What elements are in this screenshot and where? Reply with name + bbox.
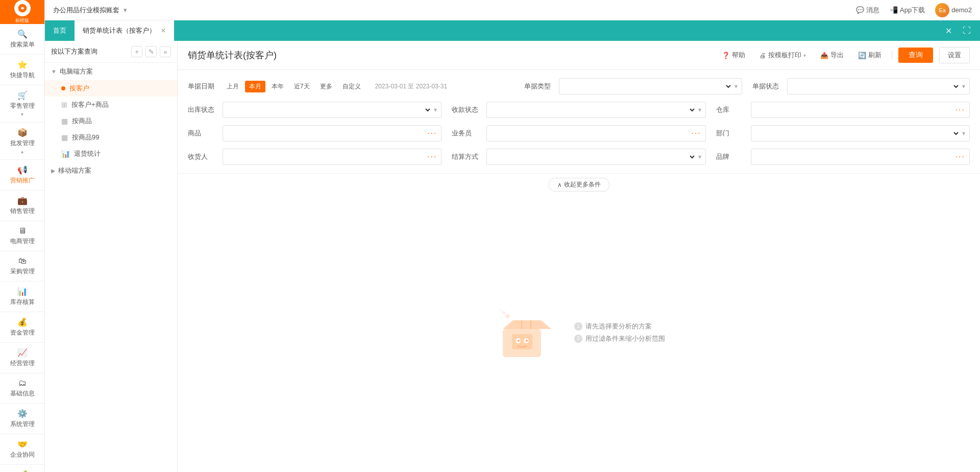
app-download-btn[interactable]: 📲 App下载 bbox=[890, 6, 925, 15]
warehouse-dots-btn[interactable]: ··· bbox=[955, 105, 965, 114]
edit-scheme-btn[interactable]: ✎ bbox=[145, 46, 157, 57]
order-type-select[interactable] bbox=[564, 82, 732, 91]
payment-status-select[interactable] bbox=[491, 106, 696, 114]
template-print-dropdown-icon[interactable]: ▾ bbox=[803, 53, 806, 58]
scheme-item-return-stat[interactable]: 📊 退货统计 bbox=[45, 146, 177, 162]
date-tab-7days[interactable]: 近7天 bbox=[290, 81, 314, 92]
svg-point-7 bbox=[506, 314, 510, 318]
message-label: 消息 bbox=[866, 6, 879, 15]
product-input[interactable]: ··· bbox=[223, 125, 442, 141]
sidebar-item-enterprise[interactable]: 🤝 企业协同 bbox=[0, 434, 45, 465]
sidebar-item-sales[interactable]: 💼 销售管理 bbox=[0, 191, 45, 221]
query-label: 查询 bbox=[909, 51, 923, 60]
filter-brand-field: 品牌 ··· bbox=[716, 149, 970, 165]
out-status-select[interactable] bbox=[227, 106, 432, 114]
salesperson-input[interactable]: ··· bbox=[486, 125, 705, 141]
date-tab-this-year[interactable]: 本年 bbox=[267, 81, 288, 92]
help-icon: ❓ bbox=[722, 52, 730, 59]
filter-salesperson-field: 业务员 ··· bbox=[452, 125, 705, 141]
page-title-bar: 销货单统计表(按客户) ❓ 帮助 🖨 按模板打印 ▾ 📤 bbox=[178, 41, 980, 70]
sales-icon: 💼 bbox=[17, 196, 28, 205]
scheme-item-by-product-99[interactable]: ▦ 按商品99 bbox=[45, 129, 177, 146]
product-dots-btn[interactable]: ··· bbox=[427, 129, 437, 138]
filter-warehouse-field: 仓库 ··· bbox=[716, 102, 970, 118]
scheme-item-by-customer[interactable]: 按客户 bbox=[45, 80, 177, 97]
collapse-panel-btn[interactable]: « bbox=[160, 46, 171, 57]
user-profile-btn[interactable]: Ea demo2 bbox=[935, 3, 972, 17]
scheme-group-mobile[interactable]: ▶ 移动端方案 bbox=[45, 162, 177, 179]
scheme-item-by-customer-product[interactable]: ⊞ 按客户+商品 bbox=[45, 97, 177, 113]
refresh-label: 刷新 bbox=[868, 51, 881, 60]
sidebar-item-marketing[interactable]: 📢 营销推广 bbox=[0, 160, 45, 191]
tab-close-icon[interactable]: ✕ bbox=[161, 27, 166, 34]
department-select[interactable] bbox=[755, 129, 960, 138]
app-download-label: App下载 bbox=[900, 6, 925, 15]
warehouse-input[interactable]: ··· bbox=[751, 102, 970, 118]
settlement-select[interactable] bbox=[491, 153, 696, 161]
scheme-item-by-product[interactable]: ▦ 按商品 bbox=[45, 113, 177, 129]
help-btn[interactable]: ❓ 帮助 bbox=[718, 49, 749, 62]
receiver-dots-btn[interactable]: ··· bbox=[427, 152, 437, 161]
sidebar-item-ecommerce[interactable]: 🖥 电商管理 bbox=[0, 221, 45, 251]
export-icon: 📤 bbox=[820, 52, 828, 59]
settings-btn[interactable]: 设置 bbox=[939, 47, 970, 63]
order-type-dropdown-icon: ▾ bbox=[734, 83, 738, 90]
receiver-input[interactable]: ··· bbox=[223, 149, 442, 165]
sidebar-item-marketing-label: 营销推广 bbox=[10, 176, 35, 185]
sidebar-item-ecommerce-label: 电商管理 bbox=[10, 237, 35, 246]
tab-sales-stat[interactable]: 销货单统计表（按客户） ✕ bbox=[75, 20, 174, 41]
order-status-input[interactable]: ▾ bbox=[787, 78, 970, 95]
date-tab-custom[interactable]: 自定义 bbox=[338, 81, 365, 92]
sidebar-item-quick-nav-label: 快捷导航 bbox=[10, 71, 35, 80]
tip-num-1: 1 bbox=[574, 322, 582, 331]
brand-label: 品牌 bbox=[716, 152, 747, 161]
chevron-up-icon: ▲ bbox=[20, 149, 24, 154]
brand-dots-btn[interactable]: ··· bbox=[955, 152, 965, 161]
add-scheme-btn[interactable]: + bbox=[131, 46, 142, 57]
sidebar-item-retail[interactable]: 🛒 零售管理 ▼ bbox=[0, 85, 45, 123]
order-status-dropdown-icon: ▾ bbox=[962, 83, 965, 90]
date-tab-last-month[interactable]: 上月 bbox=[223, 81, 243, 92]
settlement-input[interactable]: ▾ bbox=[486, 149, 705, 165]
marketing-icon: 📢 bbox=[17, 165, 28, 175]
tab-close-all-btn[interactable]: ✕ bbox=[941, 23, 955, 38]
date-tab-more[interactable]: 更多 bbox=[316, 81, 336, 92]
brand-input[interactable]: ··· bbox=[751, 149, 970, 165]
sidebar-item-wholesale[interactable]: 📦 批发管理 ▲ bbox=[0, 123, 45, 160]
sidebar-item-search[interactable]: 🔍 搜索菜单 bbox=[0, 24, 45, 55]
sidebar-item-newbie[interactable]: 🌱 新手引导 bbox=[0, 465, 45, 472]
salesperson-dots-btn[interactable]: ··· bbox=[691, 129, 701, 138]
sidebar-item-operations[interactable]: 📈 经营管理 bbox=[0, 343, 45, 373]
scheme-group-desktop[interactable]: ▼ 电脑端方案 bbox=[45, 63, 177, 80]
header-left: 办公用品行业模拟账套 ▾ bbox=[53, 6, 127, 15]
header-dropdown-icon[interactable]: ▾ bbox=[124, 6, 127, 14]
sidebar-item-inventory[interactable]: 📊 库存核算 bbox=[0, 281, 45, 312]
collapse-conditions-btn[interactable]: ∧ 收起更多条件 bbox=[549, 178, 609, 192]
tab-home-label: 首页 bbox=[53, 26, 66, 35]
department-input[interactable]: ▾ bbox=[751, 125, 970, 141]
date-tab-this-month[interactable]: 本月 bbox=[245, 81, 265, 92]
sidebar-item-wholesale-label: 批发管理 bbox=[10, 139, 35, 148]
order-status-label: 单据状态 bbox=[752, 82, 783, 91]
sidebar-item-system[interactable]: ⚙️ 系统管理 bbox=[0, 404, 45, 434]
tab-sales-stat-label: 销货单统计表（按客户） bbox=[83, 26, 156, 35]
sidebar-item-finance[interactable]: 💰 资金管理 bbox=[0, 312, 45, 343]
refresh-btn[interactable]: 🔄 刷新 bbox=[854, 49, 886, 62]
sidebar-item-retail-label: 零售管理 bbox=[10, 102, 35, 110]
header-right: 💬 消息 📲 App下载 Ea demo2 bbox=[856, 3, 972, 17]
query-btn[interactable]: 查询 bbox=[898, 48, 933, 63]
template-print-btn[interactable]: 🖨 按模板打印 ▾ bbox=[755, 49, 810, 62]
out-status-input[interactable]: ▾ bbox=[223, 102, 442, 118]
sidebar-item-quick-nav[interactable]: ⭐ 快捷导航 bbox=[0, 55, 45, 85]
tab-home[interactable]: 首页 bbox=[45, 20, 75, 41]
order-type-input[interactable]: ▾ bbox=[559, 78, 742, 95]
export-btn[interactable]: 📤 导出 bbox=[816, 49, 848, 62]
scheme-item-return-stat-label: 退货统计 bbox=[74, 149, 101, 158]
sidebar-item-purchase[interactable]: 🛍 采购管理 bbox=[0, 251, 45, 281]
tab-maximize-btn[interactable]: ⛶ bbox=[960, 23, 974, 38]
payment-status-input[interactable]: ▾ bbox=[486, 102, 705, 118]
message-btn[interactable]: 💬 消息 bbox=[856, 6, 879, 15]
order-status-select[interactable] bbox=[792, 82, 960, 91]
filter-receiver-field: 收货人 ··· bbox=[188, 149, 442, 165]
sidebar-item-basic[interactable]: 🗂 基础信息 bbox=[0, 373, 45, 404]
